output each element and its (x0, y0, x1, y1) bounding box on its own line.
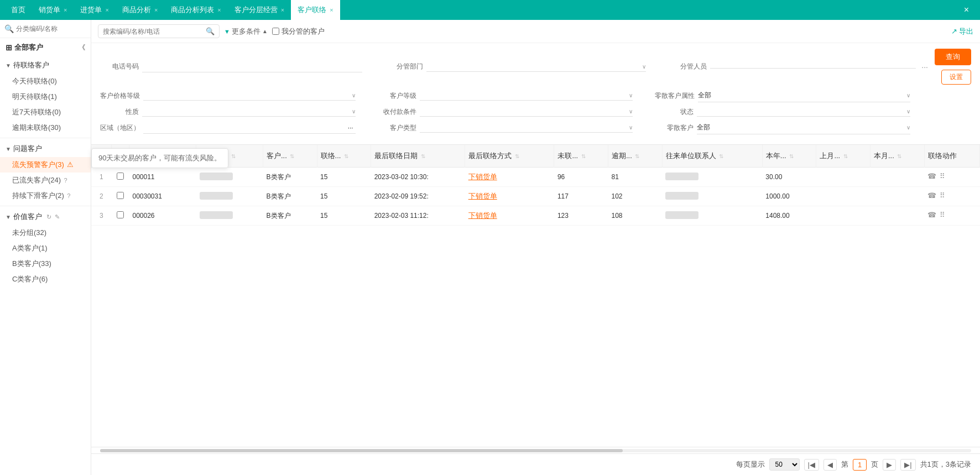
nav-customer-tier[interactable]: 客户分层经营 × (228, 0, 291, 20)
scatter-customer-select[interactable]: 全部 ∨ (697, 121, 910, 134)
sort-icon: ⇅ (581, 153, 586, 159)
filter-scatter-attr: 零散客户属性 全部 ∨ (655, 89, 910, 102)
next-page-button[interactable]: ▶ (883, 459, 896, 471)
sidebar-section-problem[interactable]: ▼ 问题客户 (0, 140, 91, 157)
more-conditions-button[interactable]: ▼ 更多条件 ▲ (224, 27, 268, 36)
payment-select[interactable]: ∨ (420, 107, 633, 117)
sidebar-item-declining[interactable]: 持续下滑客户(2) ? (0, 188, 91, 203)
row-contact: 15 (317, 187, 371, 206)
settings-button[interactable]: 设置 (941, 70, 971, 85)
close-icon[interactable]: × (281, 7, 284, 13)
col-this-month[interactable]: 本月... ⇅ (870, 145, 924, 168)
row-last-method[interactable]: 下销货单 (465, 187, 554, 206)
row-last-method[interactable]: 下销货单 (465, 168, 554, 187)
customer-type-select[interactable]: ∨ (420, 123, 633, 133)
edit-icon[interactable]: ✎ (55, 213, 60, 221)
sidebar-all-customers[interactable]: ⊞ 全部客户 《 (0, 38, 91, 57)
price-grade-select[interactable]: ∨ (143, 91, 356, 101)
action-call-icon[interactable]: ☎ (927, 191, 936, 200)
sidebar-item-class-b[interactable]: B类客户(33) (0, 256, 91, 272)
chevron-down-icon: ∨ (629, 124, 633, 131)
action-call-icon[interactable]: ☎ (927, 211, 936, 219)
sidebar-item-class-a[interactable]: A类客户(1) (0, 241, 91, 256)
col-type[interactable]: 客户... ⇅ (263, 145, 317, 168)
sidebar-item-today[interactable]: 今天待联络(0) (0, 74, 91, 89)
col-person[interactable]: 往来单位联系人 ⇅ (662, 145, 762, 168)
row-checkbox[interactable] (112, 187, 129, 206)
more-icon[interactable]: ··· (346, 124, 356, 132)
more-icon[interactable]: ··· (919, 62, 930, 71)
region-select[interactable]: ··· (143, 122, 356, 134)
nav-product-analysis-list[interactable]: 商品分析列表 × (164, 0, 227, 20)
page-label: 第 (841, 460, 848, 469)
col-last-date[interactable]: 最后联络日期 ⇅ (371, 145, 465, 168)
col-last-method[interactable]: 最后联络方式 ⇅ (465, 145, 554, 168)
action-call-icon[interactable]: ☎ (927, 172, 936, 180)
row-action[interactable]: ☎ ⠿ (924, 206, 979, 223)
status-select[interactable]: ∨ (697, 107, 910, 117)
last-page-button[interactable]: ▶| (900, 459, 915, 471)
sidebar-item-7days[interactable]: 近7天待联络(0) (0, 105, 91, 120)
col-last-month[interactable]: 上月... ⇅ (816, 145, 870, 168)
search-input[interactable] (103, 28, 206, 35)
sidebar-item-class-c[interactable]: C类客户(6) (0, 272, 91, 287)
close-icon[interactable]: × (105, 7, 108, 13)
row-checkbox[interactable] (112, 168, 129, 187)
sidebar-search-input[interactable] (16, 25, 91, 33)
chevron-icon: ▼ (6, 146, 11, 152)
action-more-icon[interactable]: ⠿ (940, 172, 945, 180)
nature-select[interactable]: ∨ (142, 107, 356, 117)
per-page-select[interactable]: 50 100 200 (769, 458, 800, 471)
col-overdue[interactable]: 逾期... ⇅ (608, 145, 662, 168)
sidebar-item-churn-warning[interactable]: 流失预警客户(3) ⚠ (0, 157, 91, 173)
chevron-down-icon: ∨ (629, 92, 633, 98)
row-last-date: 2023-02-09 19:52: (371, 187, 465, 206)
action-more-icon[interactable]: ⠿ (940, 191, 945, 200)
sidebar-item-overdue[interactable]: 逾期未联络(30) (0, 120, 91, 135)
nav-sales-order[interactable]: 销货单 × (32, 0, 74, 20)
phone-input[interactable] (142, 61, 362, 72)
col-this-year[interactable]: 本年... ⇅ (762, 145, 816, 168)
nav-purchase-order[interactable]: 进货单 × (74, 0, 115, 20)
close-icon[interactable]: × (330, 7, 333, 13)
search-icon[interactable]: 🔍 (206, 27, 215, 35)
scrollbar-thumb[interactable] (100, 449, 623, 452)
row-action[interactable]: ☎ ⠿ (924, 168, 979, 185)
horizontal-scrollbar[interactable] (91, 447, 980, 453)
customer-grade-select[interactable]: ∨ (420, 91, 633, 101)
close-icon[interactable]: × (154, 7, 158, 13)
close-icon[interactable]: × (217, 7, 221, 13)
chevron-icon: ▼ (6, 62, 11, 69)
sidebar-item-churned[interactable]: 已流失客户(24) ? (0, 173, 91, 188)
export-button[interactable]: ↗ 导出 (951, 27, 973, 36)
sidebar-section-value[interactable]: ▼ 价值客户 ↻ ✎ (0, 208, 91, 225)
refresh-icon[interactable]: ↻ (46, 213, 51, 221)
person-select[interactable] (710, 65, 916, 69)
nav-product-analysis[interactable]: 商品分析 × (116, 0, 164, 20)
dept-select[interactable]: ∨ (426, 62, 647, 72)
row-last-month (816, 168, 870, 187)
first-page-button[interactable]: |◀ (804, 459, 819, 471)
collapse-icon: 《 (79, 43, 85, 53)
prev-page-button[interactable]: ◀ (823, 459, 837, 471)
row-checkbox[interactable] (112, 206, 129, 226)
sidebar-section-pending[interactable]: ▼ 待联络客户 (0, 57, 91, 74)
close-icon[interactable]: × (64, 7, 67, 13)
nav-customer-contact[interactable]: 客户联络 × (291, 0, 340, 20)
scatter-attr-select[interactable]: 全部 ∨ (698, 89, 910, 102)
query-button[interactable]: 查询 (935, 49, 971, 65)
row-action[interactable]: ☎ ⠿ (924, 187, 979, 204)
col-no-contact[interactable]: 未联... ⇅ (554, 145, 608, 168)
sort-icon: ⇅ (231, 153, 236, 159)
my-customers-check[interactable] (272, 28, 279, 35)
sort-icon: ⇅ (719, 153, 723, 159)
sidebar-item-ungroup[interactable]: 未分组(32) (0, 225, 91, 241)
col-contact[interactable]: 联络... ⇅ (317, 145, 371, 168)
action-more-icon[interactable]: ⠿ (940, 211, 945, 219)
my-customers-checkbox[interactable]: 我分管的客户 (272, 27, 325, 36)
row-last-method[interactable]: 下销货单 (465, 206, 554, 226)
sidebar-item-tomorrow[interactable]: 明天待联络(1) (0, 89, 91, 105)
nav-home[interactable]: 首页 (4, 0, 32, 20)
current-page[interactable]: 1 (853, 459, 867, 471)
window-close-button[interactable]: × (957, 5, 976, 15)
